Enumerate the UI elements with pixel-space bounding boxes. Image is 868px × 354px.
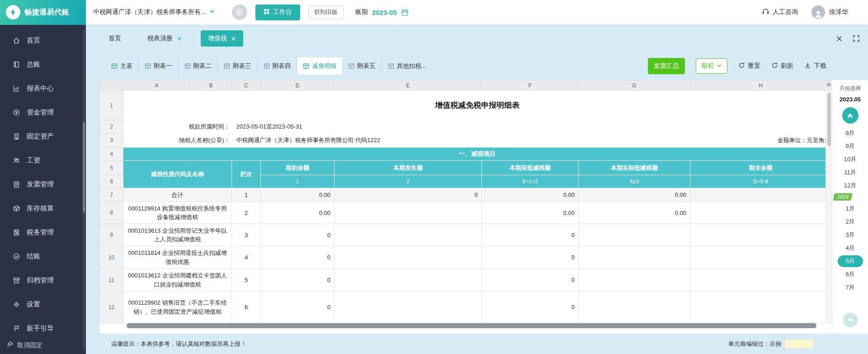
cell-actual-deducted[interactable]: 0.00 — [579, 188, 690, 202]
cell-actual-deducted[interactable] — [579, 292, 690, 323]
row-number[interactable]: 4 — [100, 148, 123, 161]
sidebar-item-general-ledger[interactable]: 总账 — [0, 53, 86, 77]
period-range-value[interactable]: 2023-05-01至2023-05-31 — [232, 120, 482, 134]
sidebar-item-guide[interactable]: 新手引导 — [0, 316, 86, 340]
cell-actual-deducted[interactable]: 0.00 — [579, 202, 690, 224]
row-number[interactable]: 10 — [100, 246, 123, 269]
cell-name[interactable]: 0001011814 企业招用退役士兵扣减增值税优惠 — [123, 246, 232, 269]
row-number[interactable]: 2 — [100, 120, 123, 134]
workbench-button[interactable]: 工作台 — [255, 5, 300, 20]
cell-name[interactable]: 0001129902 销售旧货（不含二手车经销）、已使用固定资产减征增值税 — [123, 292, 232, 323]
switch-old-version-button[interactable]: 切到旧版 — [308, 6, 344, 19]
close-tab-icon[interactable] — [231, 36, 236, 41]
taxpayer-label[interactable]: 纳税人名称(公章)： — [123, 134, 232, 148]
cell-deductible[interactable]: 0 — [482, 246, 579, 269]
cell-lane[interactable]: 4 — [232, 246, 261, 269]
month-item[interactable]: 6月 — [832, 268, 868, 281]
invoice-summary-button[interactable]: 发票汇总 — [648, 58, 685, 74]
company-selector[interactable]: 中税网通广泽（天津）税务师事务所有... — [93, 8, 215, 16]
sheet-corner[interactable] — [100, 81, 123, 91]
cell-begin-balance[interactable]: 0 — [261, 292, 335, 323]
month-item[interactable]: 1月 — [832, 202, 868, 215]
column-header-c[interactable]: C — [232, 81, 261, 91]
sidebar-item-home[interactable]: 首页 — [0, 29, 86, 53]
cell-name[interactable]: 0001129914 购置增值税税控系统专用设备抵减增值税 — [123, 202, 232, 224]
user-menu[interactable]: 徐泽华 — [811, 5, 848, 19]
month-item[interactable]: 4月 — [832, 241, 868, 254]
calendar-icon[interactable] — [401, 9, 409, 16]
cell-begin-balance[interactable]: 0.00 — [261, 202, 335, 224]
column-header-f[interactable]: F — [482, 81, 579, 91]
horizontal-scrollbar-thumb[interactable] — [127, 323, 816, 328]
cell-deductible[interactable]: 0 — [482, 269, 579, 292]
cell-current-amount[interactable] — [335, 269, 482, 292]
sheet-tab-other-deduction[interactable]: 其他扣税... — [382, 57, 432, 75]
row-number[interactable]: 9 — [100, 224, 123, 246]
cell-deductible[interactable]: 0.00 — [482, 202, 579, 224]
cell-end-balance[interactable] — [690, 188, 831, 202]
cell-deductible[interactable]: 0.00 — [482, 188, 579, 202]
close-all-icon[interactable] — [836, 35, 843, 42]
taxpayer-value[interactable]: 中税网通广泽（天津）税务师事务所有限公司 代码1222 — [232, 134, 690, 148]
vertical-scrollbar-thumb[interactable] — [827, 93, 831, 146]
sidebar-scrollbar-thumb[interactable] — [83, 122, 85, 213]
period-range-label[interactable]: 税款所属时间： — [123, 120, 232, 134]
sidebar-item-settings[interactable]: 设置 — [0, 292, 86, 316]
column-header-h[interactable]: H — [690, 81, 831, 91]
month-item[interactable]: 12月 — [832, 179, 868, 192]
cell-name[interactable]: 0001013612 企业招用建档立卡贫困人口就业扣减增值税 — [123, 269, 232, 292]
expand-right-icon[interactable] — [826, 81, 831, 90]
row-number[interactable]: 7 — [100, 188, 123, 202]
month-item[interactable]: 2月 — [832, 215, 868, 228]
opening-balance-dropdown[interactable]: 期初 — [696, 58, 727, 74]
period-value[interactable]: 2023-05 — [372, 9, 397, 16]
tab-home[interactable]: 首页 — [101, 30, 128, 47]
month-item[interactable]: 10月 — [832, 153, 868, 166]
cell-end-balance[interactable] — [690, 269, 831, 292]
cell-actual-deducted[interactable] — [579, 246, 690, 269]
cell-name[interactable]: 0001013613 企业招用登记失业半年以上人员扣减增值税 — [123, 224, 232, 246]
cell-current-amount[interactable] — [335, 292, 482, 323]
cell-begin-balance[interactable]: 0 — [261, 269, 335, 292]
column-header-a[interactable]: A — [123, 81, 190, 91]
scroll-months-down-button[interactable] — [843, 313, 858, 327]
cell-begin-balance[interactable]: 0.00 — [261, 188, 335, 202]
cell-lane[interactable]: 6 — [232, 292, 261, 323]
cell-end-balance[interactable] — [690, 202, 831, 224]
sheet-tab-appendix2[interactable]: 附表二 — [179, 57, 218, 75]
month-item[interactable]: 8月 — [832, 126, 868, 139]
sheet-tab-appendix4[interactable]: 附表四 — [258, 57, 297, 75]
notice-icon[interactable] — [232, 5, 247, 20]
sheet-tab-main[interactable]: 主表 — [105, 57, 139, 75]
column-header-d[interactable]: D — [261, 81, 335, 91]
cell-current-amount[interactable] — [335, 202, 482, 224]
sidebar-item-salary[interactable]: 工资 — [0, 148, 86, 172]
tab-tax-register[interactable]: 税表清册 — [140, 30, 189, 47]
month-item[interactable]: 11月 — [832, 166, 868, 179]
cell-lane[interactable]: 5 — [232, 269, 261, 292]
month-item[interactable]: 9月 — [832, 139, 868, 153]
cell-end-balance[interactable] — [690, 292, 831, 323]
cell-current-amount[interactable] — [335, 246, 482, 269]
close-tab-icon[interactable] — [177, 36, 182, 41]
refresh-button[interactable]: 刷新 — [771, 62, 793, 70]
cell-lane[interactable]: 1 — [232, 188, 261, 202]
cell-name[interactable]: 合计 — [123, 188, 232, 202]
cell-actual-deducted[interactable] — [579, 269, 690, 292]
vertical-scrollbar[interactable] — [826, 90, 832, 322]
row-number[interactable]: 8 — [100, 202, 123, 224]
cell-actual-deducted[interactable] — [579, 224, 690, 246]
row-number[interactable]: 1 — [100, 91, 123, 120]
tab-vat[interactable]: 增值税 — [201, 30, 243, 47]
cell-current-amount[interactable] — [335, 224, 482, 246]
cell-lane[interactable]: 3 — [232, 224, 261, 246]
column-header-b[interactable]: B — [190, 81, 232, 91]
sheet-title[interactable]: 增值税减免税申报明细表 — [123, 91, 831, 120]
cell-deductible[interactable]: 0 — [482, 224, 579, 246]
cell-begin-balance[interactable]: 0 — [261, 246, 335, 269]
sidebar-item-tax[interactable]: 税务管理 — [0, 220, 86, 244]
row-number[interactable]: 5 — [100, 161, 123, 175]
sidebar-item-archive[interactable]: 归档管理 — [0, 268, 86, 292]
sidebar-item-closing[interactable]: 结账 — [0, 244, 86, 268]
cell-end-balance[interactable] — [690, 246, 831, 269]
